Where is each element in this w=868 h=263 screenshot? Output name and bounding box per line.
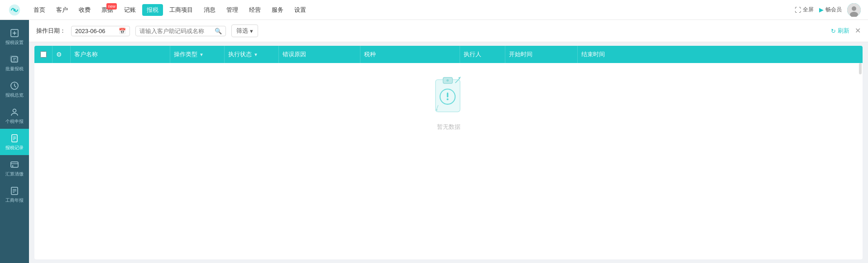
- nav-item-service[interactable]: 服务: [267, 4, 288, 16]
- top-navigation: 首页客户收费票据new记账报税工商项目消息管理经营服务设置 ⛶ 全屏 ▶ 畅会员: [0, 0, 868, 20]
- nav-item-business[interactable]: 工商项目: [165, 4, 197, 16]
- nav-item-home[interactable]: 首页: [29, 4, 50, 16]
- table-header-start-time: 开始时间: [505, 46, 578, 63]
- user-avatar[interactable]: [847, 3, 861, 17]
- table-container: ⚙ 客户名称 操作类型 ▼ 执行状态 ▼ 错误原因 税种: [34, 46, 863, 259]
- error-reason-label: 错误原因: [283, 50, 306, 58]
- sidebar: 报税设置批量报税报税总览个税申报报税记录汇算清缴工商年报: [0, 20, 29, 263]
- sidebar-item-label-tax-settings: 报税设置: [5, 40, 24, 45]
- nav-item-customer[interactable]: 客户: [52, 4, 72, 16]
- calendar-icon: 📅: [119, 28, 126, 34]
- nav-item-invoice[interactable]: 票据new: [97, 4, 118, 16]
- table-body: 暂无数据: [34, 63, 863, 140]
- client-name-label: 客户名称: [74, 50, 98, 58]
- sidebar-item-tax-settings[interactable]: 报税设置: [0, 24, 29, 50]
- refresh-label: 刷新: [838, 27, 849, 35]
- chevron-down-icon: ▾: [250, 28, 253, 34]
- date-input[interactable]: [75, 28, 116, 34]
- exec-status-label: 执行状态: [228, 50, 252, 58]
- svg-point-1: [13, 9, 15, 11]
- executor-label: 执行人: [464, 50, 481, 58]
- scrollbar[interactable]: [859, 63, 862, 74]
- svg-point-20: [12, 166, 14, 167]
- app-logo[interactable]: [7, 3, 22, 17]
- op-type-sort-icon: ▼: [199, 52, 204, 57]
- op-type-label: 操作类型: [174, 50, 197, 58]
- table-header-checkbox: [34, 46, 53, 63]
- sidebar-item-annual-report[interactable]: 工商年报: [0, 181, 29, 208]
- content-area: 操作日期： 📅 🔍 筛选 ▾ ↻ 刷新 ✕: [29, 20, 868, 263]
- empty-illustration: [426, 72, 471, 117]
- close-btn[interactable]: ✕: [855, 27, 861, 34]
- batch-tax-icon: [10, 54, 19, 64]
- refresh-btn[interactable]: ↻ 刷新: [831, 27, 849, 35]
- svg-point-34: [436, 109, 437, 111]
- fullscreen-btn[interactable]: ⛶ 全屏: [795, 6, 814, 14]
- table-header-tax-type: 税种: [360, 46, 460, 63]
- search-wrapper[interactable]: 🔍: [135, 26, 226, 36]
- sidebar-item-label-tax-records: 报税记录: [5, 145, 24, 151]
- sidebar-item-tax-summary[interactable]: 报税总览: [0, 76, 29, 102]
- sidebar-item-label-individual-tax: 个税申报: [5, 119, 24, 124]
- start-time-label: 开始时间: [509, 50, 532, 58]
- nav-item-accounting[interactable]: 记账: [120, 4, 140, 16]
- table-header-client-name: 客户名称: [71, 46, 170, 63]
- main-layout: 报税设置批量报税报税总览个税申报报税记录汇算清缴工商年报 操作日期： 📅 🔍 筛…: [0, 20, 868, 263]
- sidebar-item-individual-tax[interactable]: 个税申报: [0, 102, 29, 129]
- end-time-label: 结束时间: [581, 50, 605, 58]
- svg-rect-29: [446, 93, 448, 97]
- nav-item-management[interactable]: 管理: [222, 4, 243, 16]
- toolbar: 操作日期： 📅 🔍 筛选 ▾ ↻ 刷新 ✕: [29, 20, 868, 42]
- table-header-op-type[interactable]: 操作类型 ▼: [170, 46, 225, 63]
- date-label: 操作日期：: [36, 27, 66, 35]
- svg-point-3: [852, 6, 856, 11]
- settings-icon[interactable]: ⚙: [56, 51, 62, 58]
- table-header-settings: ⚙: [53, 46, 71, 63]
- remit-icon: [10, 160, 19, 170]
- sidebar-item-remit[interactable]: 汇算清缴: [0, 155, 29, 181]
- nav-item-message[interactable]: 消息: [199, 4, 220, 16]
- svg-point-13: [13, 109, 16, 112]
- member-btn[interactable]: ▶ 畅会员: [819, 6, 842, 14]
- exec-status-sort-icon: ▼: [254, 52, 258, 57]
- table-header-executor: 执行人: [460, 46, 505, 63]
- nav-item-finance[interactable]: 经营: [245, 4, 265, 16]
- date-input-wrapper[interactable]: 📅: [71, 26, 130, 36]
- top-nav-right: ⛶ 全屏 ▶ 畅会员: [795, 3, 861, 17]
- sidebar-item-label-tax-summary: 报税总览: [5, 93, 24, 98]
- sidebar-item-tax-records[interactable]: 报税记录: [0, 129, 29, 155]
- nav-items: 首页客户收费票据new记账报税工商项目消息管理经营服务设置: [29, 4, 795, 16]
- sidebar-item-label-batch-tax: 批量报税: [5, 66, 24, 72]
- svg-rect-18: [11, 162, 18, 167]
- tax-settings-icon: [10, 28, 19, 38]
- svg-marker-32: [458, 77, 460, 79]
- filter-btn[interactable]: 筛选 ▾: [231, 24, 258, 37]
- table-header-error-reason: 错误原因: [279, 46, 360, 63]
- annual-report-icon: [10, 186, 19, 196]
- table-header: ⚙ 客户名称 操作类型 ▼ 执行状态 ▼ 错误原因 税种: [34, 46, 863, 63]
- table-body-wrapper: 暂无数据: [34, 63, 863, 259]
- nav-badge-invoice: new: [106, 3, 117, 10]
- nav-item-billing[interactable]: 收费: [74, 4, 95, 16]
- table-header-exec-status[interactable]: 执行状态 ▼: [225, 46, 279, 63]
- empty-state: 暂无数据: [426, 72, 471, 131]
- search-icon: 🔍: [215, 28, 222, 34]
- filter-label: 筛选: [236, 27, 248, 35]
- nav-item-settings[interactable]: 设置: [290, 4, 311, 16]
- nav-item-tax[interactable]: 报税: [142, 4, 163, 16]
- search-input[interactable]: [139, 28, 212, 34]
- refresh-icon: ↻: [831, 28, 836, 34]
- empty-text: 暂无数据: [437, 123, 460, 131]
- tax-summary-icon: [10, 81, 19, 91]
- tax-records-icon: [10, 133, 19, 143]
- sidebar-item-label-remit: 汇算清缴: [5, 171, 24, 177]
- sidebar-item-label-annual-report: 工商年报: [5, 198, 24, 203]
- sidebar-item-batch-tax[interactable]: 批量报税: [0, 50, 29, 76]
- table-header-end-time: 结束时间: [578, 46, 650, 63]
- individual-tax-icon: [10, 107, 19, 117]
- tax-type-label: 税种: [364, 50, 376, 58]
- select-all-checkbox[interactable]: [40, 51, 47, 58]
- svg-point-27: [446, 79, 449, 82]
- svg-point-30: [446, 98, 448, 100]
